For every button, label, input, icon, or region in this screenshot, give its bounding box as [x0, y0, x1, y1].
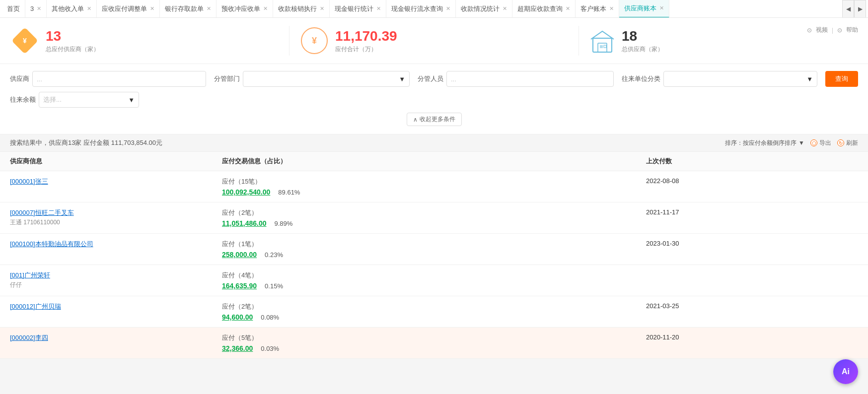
- stat-number-ap-suppliers: 13: [46, 28, 99, 45]
- help-link[interactable]: 帮助: [846, 26, 858, 34]
- nav-tab-supplier-ledger[interactable]: 供应商账本 ✕: [619, 0, 669, 18]
- stat-label-ap-suppliers: 总应付供应商（家）: [46, 45, 99, 54]
- balance-filter-select[interactable]: 选择... ▼: [39, 92, 139, 108]
- close-tab-ar-ap-adjust[interactable]: ✕: [150, 5, 154, 12]
- payable-info-cell: 应付（15笔） 100,092,540.00 89.61%: [222, 177, 646, 196]
- payable-label-000007: 应付（2笔）: [222, 208, 646, 217]
- supplier-filter-input[interactable]: ...: [32, 71, 206, 87]
- payable-info-cell: 应付（2笔） 11,051,486.00 9.89%: [222, 208, 646, 227]
- supplier-contact-001: 仔仔: [10, 281, 222, 289]
- payable-amount-000100[interactable]: 258,000.00: [222, 251, 257, 259]
- stat-icon-diamond: ¥: [10, 26, 40, 56]
- payable-amount-000012[interactable]: 94,600.00: [222, 313, 253, 321]
- nav-tab-collection-verify[interactable]: 收款核销执行 ✕: [273, 0, 330, 18]
- category-filter-select[interactable]: ▼: [663, 71, 818, 87]
- last-payment-cell: 2020-11-20: [646, 333, 858, 341]
- filter-item-balance: 往来余额 选择... ▼: [10, 92, 139, 108]
- query-button[interactable]: 查询: [825, 71, 858, 87]
- payable-label-000002: 应付（5笔）: [222, 333, 646, 342]
- result-summary-bar: 搜索结果中，供应商13家 应付金额 111,703,854.00元 排序：按应付…: [0, 134, 868, 152]
- table-header: 供应商信息 应付交易信息（占比） 上次付数: [0, 152, 868, 171]
- nav-tab-advance-offset[interactable]: 预收冲应收单 ✕: [217, 0, 273, 18]
- nav-tab-3[interactable]: 3 ✕: [25, 0, 47, 18]
- close-tab-cash-bank-stats[interactable]: ✕: [376, 5, 381, 12]
- nav-tab-customer-ledger[interactable]: 客户账本 ✕: [576, 0, 619, 18]
- sort-label: 排序：按应付余额倒序排序: [725, 139, 796, 147]
- close-tab-bank-deposit[interactable]: ✕: [207, 5, 211, 12]
- collapse-up-icon: ∧: [413, 116, 418, 123]
- balance-filter-label: 往来余额: [10, 95, 36, 104]
- filter-item-person: 分管人员 ...: [418, 71, 614, 87]
- category-filter-label: 往来单位分类: [622, 74, 660, 83]
- last-payment-cell: 2022-08-08: [646, 177, 858, 185]
- supplier-info-cell: [000100]本特勤油品有限公司: [10, 240, 222, 249]
- payable-amount-000001[interactable]: 100,092,540.00: [222, 188, 270, 196]
- filter-area: 供应商 ... 分管部门 ▼ 分管人员 ... 往来单位分类 ▼ 查询: [0, 64, 868, 134]
- video-link[interactable]: 视频: [816, 26, 828, 34]
- close-tab-customer-ledger[interactable]: ✕: [609, 5, 614, 12]
- close-tab-collection-stats[interactable]: ✕: [503, 5, 507, 12]
- stat-item-ap-total: ¥ 11,170.39 应付合计（万）: [299, 26, 569, 56]
- nav-tab-other-income[interactable]: 其他收入单 ✕: [47, 0, 97, 18]
- dept-dropdown-icon: ▼: [399, 75, 405, 83]
- nav-tab-collection-stats[interactable]: 收款情况统计 ✕: [456, 0, 512, 18]
- supplier-link-001[interactable]: [001]广州荣轩: [10, 271, 222, 280]
- nav-tab-home[interactable]: 首页: [2, 0, 25, 18]
- collapse-area: ∧ 收起更多条件: [10, 113, 858, 126]
- payable-label-000012: 应付（2笔）: [222, 302, 646, 311]
- table-row: [000012]广州贝瑞 应付（2笔） 94,600.00 0.08% 2021…: [0, 296, 868, 328]
- close-tab-3[interactable]: ✕: [37, 5, 41, 12]
- close-tab-collection-verify[interactable]: ✕: [320, 5, 324, 12]
- payable-percent-000100: 0.23%: [265, 251, 283, 259]
- nav-tab-cash-bank-flow[interactable]: 现金银行流水查询 ✕: [386, 0, 456, 18]
- payable-amount-000007[interactable]: 11,051,486.00: [222, 219, 267, 227]
- filter-item-supplier: 供应商 ...: [10, 71, 206, 87]
- balance-dropdown-icon: ▼: [128, 96, 135, 104]
- filter-row-2: 往来余额 选择... ▼: [10, 92, 858, 108]
- supplier-link-000100[interactable]: [000100]本特勤油品有限公司: [10, 240, 222, 249]
- export-button[interactable]: ⬡ 导出: [810, 139, 831, 147]
- nav-tab-bank-deposit[interactable]: 银行存取款单 ✕: [160, 0, 217, 18]
- supplier-info-cell: [000002]李四: [10, 333, 222, 342]
- nav-tab-cash-bank-stats[interactable]: 现金银行统计 ✕: [330, 0, 386, 18]
- category-dropdown-icon: ▼: [806, 75, 813, 83]
- stat-divider-1: [289, 26, 289, 56]
- payable-percent-000001: 89.61%: [278, 189, 300, 196]
- close-tab-other-income[interactable]: ✕: [87, 5, 91, 12]
- stat-divider-2: [579, 26, 579, 56]
- payable-percent-000002: 0.03%: [261, 345, 279, 352]
- last-payment-000100: 2023-01-30: [646, 240, 679, 247]
- supplier-link-000007[interactable]: [000007]恒旺二手叉车: [10, 208, 222, 217]
- header-supplier-info: 供应商信息: [10, 157, 222, 166]
- supplier-link-000012[interactable]: [000012]广州贝瑞: [10, 302, 222, 311]
- refresh-button[interactable]: ↻ 刷新: [837, 139, 858, 147]
- supplier-link-000001[interactable]: [000001]张三: [10, 177, 222, 186]
- supplier-link-000002[interactable]: [000002]李四: [10, 333, 222, 342]
- nav-tab-ar-ap-adjust[interactable]: 应收应付调整单 ✕: [97, 0, 160, 18]
- top-navigation: 首页 3 ✕ 其他收入单 ✕ 应收应付调整单 ✕ 银行存取款单 ✕ 预收冲应收单…: [0, 0, 868, 18]
- payable-info-cell: 应付（2笔） 94,600.00 0.08%: [222, 302, 646, 321]
- payable-amount-000002[interactable]: 32,366.00: [222, 344, 253, 352]
- supplier-filter-label: 供应商: [10, 74, 29, 83]
- table-row: [000100]本特勤油品有限公司 应付（1笔） 258,000.00 0.23…: [0, 234, 868, 265]
- result-actions: 排序：按应付余额倒序排序 ▼ ⬡ 导出 ↻ 刷新: [725, 139, 858, 147]
- nav-arrow-left[interactable]: ◀: [842, 0, 854, 18]
- last-payment-000001: 2022-08-08: [646, 177, 679, 185]
- close-tab-advance-offset[interactable]: ✕: [263, 5, 268, 12]
- stat-number-total-suppliers: 18: [622, 28, 663, 45]
- nav-tab-overdue-ar[interactable]: 超期应收款查询 ✕: [512, 0, 576, 18]
- table-row: [000007]恒旺二手叉车 王通 17106110000 应付（2笔） 11,…: [0, 202, 868, 234]
- person-filter-input[interactable]: ...: [446, 71, 614, 87]
- payable-amount-001[interactable]: 164,635.90: [222, 282, 257, 290]
- payable-label-000100: 应付（1笔）: [222, 240, 646, 249]
- filter-row-1: 供应商 ... 分管部门 ▼ 分管人员 ... 往来单位分类 ▼ 查询: [10, 71, 858, 87]
- dept-filter-select[interactable]: ▼: [243, 71, 410, 87]
- supplier-info-cell: [000001]张三: [10, 177, 222, 186]
- sort-selector[interactable]: 排序：按应付余额倒序排序 ▼: [725, 139, 804, 147]
- collapse-button[interactable]: ∧ 收起更多条件: [407, 113, 462, 126]
- close-tab-overdue-ar[interactable]: ✕: [566, 5, 570, 12]
- stat-icon-circle: ¥: [299, 26, 329, 56]
- nav-arrow-right[interactable]: ▶: [854, 0, 866, 18]
- close-tab-cash-bank-flow[interactable]: ✕: [446, 5, 450, 12]
- close-tab-supplier-ledger[interactable]: ✕: [659, 5, 664, 11]
